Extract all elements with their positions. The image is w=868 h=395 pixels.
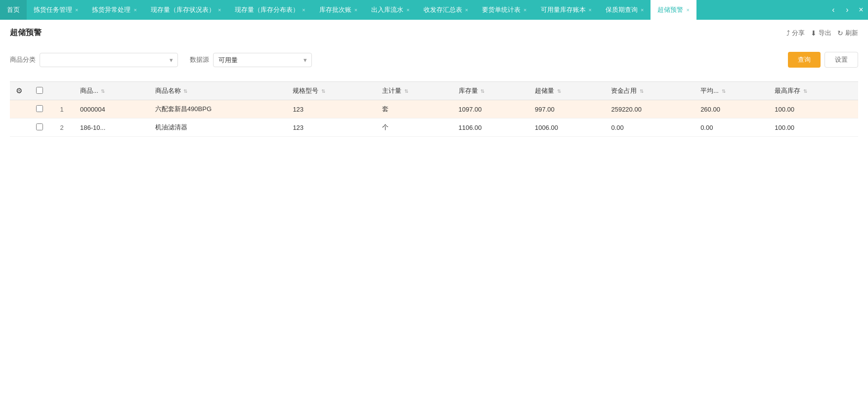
close-icon[interactable]: × [523,7,526,13]
th-capital: 资金占用 ⇅ [605,82,694,100]
sort-icon-stock[interactable]: ⇅ [480,88,484,94]
nav-arrow-left[interactable]: ‹ [826,0,840,20]
query-button[interactable]: 查询 [788,52,821,68]
category-select[interactable] [40,53,178,67]
row-gear-cell [10,100,30,118]
th-gear: ⚙ [10,82,30,100]
row-checkbox[interactable] [36,105,43,112]
row-stock: 1097.00 [453,100,529,118]
export-button[interactable]: ⬇ 导出 [811,29,831,38]
close-icon[interactable]: × [406,7,409,13]
sort-icon-product-name[interactable]: ⇅ [183,88,187,94]
top-navigation: 首页 拣货任务管理 × 拣货异常处理 × 现存量（库存状况表） × 现存量（库存… [0,0,868,20]
nav-item-overstock-warning[interactable]: 超储预警 × [651,0,696,20]
category-filter: 商品分类 [10,53,178,67]
category-label: 商品分类 [10,55,36,64]
row-spec: 123 [287,100,376,118]
close-icon[interactable]: × [686,7,689,13]
datasource-select-wrapper: 可用量 库存量 [213,53,312,67]
row-unit: 套 [376,100,452,118]
row-product-code: 0000004 [74,100,149,118]
nav-item-home[interactable]: 首页 [0,0,27,20]
row-index: 1 [49,100,74,118]
close-icon[interactable]: × [218,7,221,13]
row-product-name: 六配套新昌490BPG [149,100,287,118]
th-unit: 主计量 ⇅ [376,82,452,100]
page-header: 超储预警 ⤴ 分享 ⬇ 导出 ↻ 刷新 [10,28,858,38]
th-avg: 平均... ⇅ [694,82,769,100]
refresh-icon: ↻ [837,29,843,37]
th-spec: 规格型号 ⇅ [287,82,376,100]
nav-arrow-group: ‹ › × [826,0,868,20]
share-icon: ⤴ [786,29,790,37]
page-title: 超储预警 [10,28,42,38]
nav-item-stock-dist[interactable]: 现存量（库存分布表） × [228,0,312,20]
th-checkbox [30,82,49,100]
row-capital: 259220.00 [605,100,694,118]
th-product-code: 商品... ⇅ [74,82,149,100]
settings-button[interactable]: 设置 [825,52,858,68]
th-overstock: 超储量 ⇅ [529,82,605,100]
category-select-wrapper [40,53,178,67]
close-icon[interactable]: × [75,7,78,13]
filter-actions: 查询 设置 [788,52,858,68]
datasource-label: 数据源 [190,55,209,64]
close-icon[interactable]: × [589,7,592,13]
close-icon[interactable]: × [465,7,468,13]
row-checkbox-cell [30,118,49,137]
sort-icon-unit[interactable]: ⇅ [404,88,408,94]
row-stock: 1106.00 [453,118,529,137]
close-icon[interactable]: × [133,7,136,13]
table-body: 1 0000004 六配套新昌490BPG 123 套 1097.00 997.… [10,100,858,137]
row-unit: 个 [376,118,452,137]
nav-item-batch-account[interactable]: 库存批次账 × [312,0,364,20]
table-row: 1 0000004 六配套新昌490BPG 123 套 1097.00 997.… [10,100,858,118]
nav-item-in-out-flow[interactable]: 出入库流水 × [364,0,416,20]
share-button[interactable]: ⤴ 分享 [786,29,805,38]
nav-item-stock-status[interactable]: 现存量（库存状况表） × [144,0,228,20]
nav-item-abnormal[interactable]: 拣货异常处理 × [85,0,143,20]
row-product-code: 186-10... [74,118,149,137]
row-overstock: 997.00 [529,100,605,118]
page-container: 超储预警 ⤴ 分享 ⬇ 导出 ↻ 刷新 商品分类 [0,20,868,395]
row-max-stock: 100.00 [769,100,858,118]
row-max-stock: 100.00 [769,118,858,137]
table-row: 2 186-10... 机油滤清器 123 个 1106.00 1006.00 … [10,118,858,137]
sort-icon-capital[interactable]: ⇅ [640,88,644,94]
datasource-filter: 数据源 可用量 库存量 [190,53,312,67]
sort-icon-product-code[interactable]: ⇅ [101,88,105,94]
nav-item-order-stats[interactable]: 要货单统计表 × [475,0,533,20]
th-max-stock: 最高库存 ⇅ [769,82,858,100]
row-checkbox-cell [30,100,49,118]
close-icon[interactable]: × [641,7,644,13]
close-icon[interactable]: × [302,7,305,13]
nav-arrow-right[interactable]: › [840,0,854,20]
data-table: ⚙ 商品... ⇅ 商品名称 ⇅ 规格型号 ⇅ [10,81,858,137]
row-gear-cell [10,118,30,137]
row-product-name: 机油滤清器 [149,118,287,137]
sort-icon-overstock[interactable]: ⇅ [557,88,561,94]
row-spec: 123 [287,118,376,137]
row-index: 2 [49,118,74,137]
sort-icon-spec[interactable]: ⇅ [321,88,325,94]
sort-icon-max-stock[interactable]: ⇅ [803,88,807,94]
nav-item-collect-summary[interactable]: 收发存汇总表 × [417,0,475,20]
select-all-checkbox[interactable] [36,87,43,94]
nav-arrow-close[interactable]: × [854,0,868,20]
close-icon[interactable]: × [354,7,357,13]
sort-icon-avg[interactable]: ⇅ [722,88,726,94]
filter-row: 商品分类 数据源 可用量 库存量 查询 设置 [10,46,858,74]
datasource-select[interactable]: 可用量 库存量 [213,53,312,67]
table-header-row: ⚙ 商品... ⇅ 商品名称 ⇅ 规格型号 ⇅ [10,82,858,100]
nav-item-quality-check[interactable]: 保质期查询 × [599,0,651,20]
gear-icon[interactable]: ⚙ [16,86,22,95]
export-icon: ⬇ [811,29,817,37]
refresh-button[interactable]: ↻ 刷新 [837,29,858,38]
nav-item-task-mgmt[interactable]: 拣货任务管理 × [27,0,85,20]
nav-item-avail-account[interactable]: 可用量库存账本 × [534,0,599,20]
row-avg: 260.00 [694,100,769,118]
row-avg: 0.00 [694,118,769,137]
th-product-name: 商品名称 ⇅ [149,82,287,100]
row-checkbox[interactable] [36,123,43,130]
row-overstock: 1006.00 [529,118,605,137]
